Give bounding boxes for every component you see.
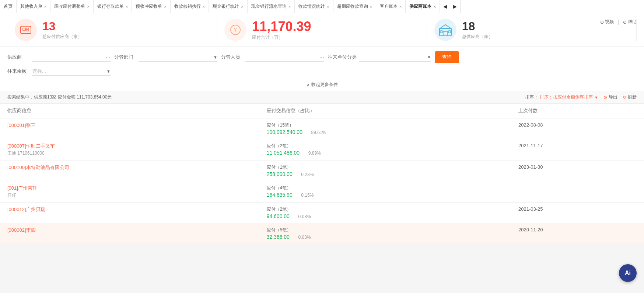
nav-next-arrow[interactable]: ▶ (450, 0, 461, 13)
sort-control[interactable]: 排序： 排序：按应付余额倒序排序 ▼ (525, 94, 598, 100)
refresh-button[interactable]: ↻ 刷新 (623, 94, 637, 100)
ap-pct-5: 0.08% (298, 214, 311, 219)
supplier-link-1[interactable]: [000001]张三 (7, 123, 36, 128)
close-customer-ledger[interactable]: × (399, 4, 402, 9)
person-input[interactable] (245, 53, 319, 61)
svg-rect-8 (440, 31, 442, 33)
tab-cash-flow[interactable]: 现金银行流水查询 × (248, 0, 295, 13)
tab-supplier-ledger[interactable]: 供应商账本 × (406, 0, 440, 13)
ap-amount-2[interactable]: 11,051,486.00 (267, 150, 300, 156)
tab-prepay[interactable]: 预收冲应收单 × (132, 0, 170, 13)
supplier-link-6[interactable]: [000002]李四 (7, 227, 36, 233)
cell-ap-4: 应付（4笔） 164,635.90 0.15% (259, 181, 511, 203)
cell-ap-1: 应付（15笔） 100,092,540.00 89.61% (259, 118, 511, 139)
close-cash-flow[interactable]: × (288, 4, 291, 9)
export-label: 导出 (609, 94, 617, 100)
close-overdue[interactable]: × (370, 4, 372, 9)
supplier-link-2[interactable]: [000007]恒旺二手叉车 (7, 143, 55, 149)
summary-sub-amount: 应付合计（万） (252, 34, 311, 41)
ap-pct-4: 0.15% (301, 193, 314, 198)
tab-customer-ledger[interactable]: 客户账本 × (376, 0, 406, 13)
close-receipt-stat[interactable]: × (327, 4, 329, 9)
query-button[interactable]: 查询 (435, 51, 459, 63)
tab-home-label: 首页 (4, 3, 13, 10)
close-adjust[interactable]: × (87, 4, 89, 9)
table-row: [000007]恒旺二手叉车 王通 17106110000 应付（2笔） 11,… (0, 139, 644, 161)
ap-pct-6: 0.03% (298, 235, 311, 240)
filter-supplier: 供应商 ··· (7, 53, 111, 62)
balance-filter-label: 往来余额 (7, 68, 29, 75)
svg-rect-3 (26, 30, 29, 31)
close-verify[interactable]: × (203, 4, 205, 9)
sort-label: 排序： (525, 94, 538, 100)
export-button[interactable]: ⊙ 导出 (603, 94, 617, 100)
dept-input[interactable] (139, 53, 213, 61)
tab-other-income[interactable]: 其他收入单 × (17, 0, 50, 13)
collapse-button[interactable]: ∧ 收起更多条件 (7, 79, 637, 91)
category-filter-label: 往来单位分类 (328, 54, 357, 61)
close-supplier-ledger[interactable]: × (433, 4, 435, 9)
tab-verify[interactable]: 收款核销执行 × (171, 0, 209, 13)
cell-ap-5: 应付（2笔） 94,600.00 0.08% (259, 203, 511, 223)
person-filter-label: 分管人员 (221, 54, 243, 61)
close-other-income[interactable]: × (44, 4, 46, 9)
category-input[interactable] (359, 53, 427, 61)
supplier-link-5[interactable]: [000012]广州贝瑞 (7, 207, 45, 212)
cell-supplier-4: [001]广州荣轩 仔仔 (0, 181, 259, 203)
filter-balance: 往来余额 ▼ (7, 67, 111, 76)
person-dots-btn[interactable]: ··· (319, 54, 324, 61)
top-right-links: ⊙ 视频 ⊙ 帮助 (600, 19, 637, 25)
tab-adjust-label: 应收应付调整单 (54, 3, 85, 10)
video-label: 视频 (605, 19, 614, 25)
video-link[interactable]: ⊙ 视频 (600, 19, 614, 25)
supplier-input[interactable] (32, 53, 106, 61)
close-cash-stat[interactable]: × (241, 4, 243, 9)
tab-receipt-stat[interactable]: 收款情况统计 × (295, 0, 333, 13)
svg-rect-2 (26, 28, 29, 29)
ap-amount-6[interactable]: 32,366.00 (267, 234, 290, 240)
tab-customer-ledger-label: 客户账本 (380, 3, 398, 10)
table-row: [000001]张三 应付（15笔） 100,092,540.00 89.61%… (0, 118, 644, 139)
ap-amount-5[interactable]: 94,600.00 (267, 213, 290, 219)
svg-rect-9 (448, 31, 451, 33)
dept-chevron-icon[interactable]: ▼ (213, 55, 217, 59)
supplier-link-3[interactable]: [000100]本特勒油品有限公司 (7, 165, 69, 170)
balance-input[interactable] (32, 67, 106, 75)
summary-sub-total: 总供应商（家） (462, 34, 493, 40)
supplier-dots-btn[interactable]: ··· (106, 54, 111, 61)
ap-pct-1: 89.61% (311, 130, 326, 135)
close-bank-deposit[interactable]: × (126, 4, 128, 9)
tab-adjust[interactable]: 应收应付调整单 × (50, 0, 93, 13)
help-icon: ⊙ (623, 20, 627, 25)
tab-bank-deposit[interactable]: 银行存取款单 × (94, 0, 132, 13)
sort-select[interactable]: 排序：按应付余额倒序排序 (540, 94, 593, 100)
filter-person: 分管人员 ··· (221, 53, 324, 62)
nav-prev-arrow[interactable]: ◀ (440, 0, 450, 13)
refresh-label: 刷新 (628, 94, 637, 100)
category-chevron-icon[interactable]: ▼ (427, 55, 431, 59)
tab-overdue[interactable]: 超期应收款查询 × (333, 0, 376, 13)
tab-cash-stat[interactable]: 现金银行统计 × (209, 0, 247, 13)
tab-cash-flow-label: 现金银行流水查询 (251, 3, 287, 10)
result-text: 搜索结果中，供应商13家 应付金额 111,703,854.00元 (7, 94, 112, 100)
col-ap-info: 应付交易信息（占比） (259, 104, 511, 118)
ap-amount-4[interactable]: 164,635.90 (267, 192, 293, 198)
svg-rect-7 (443, 31, 448, 36)
ap-amount-1[interactable]: 100,092,540.00 (267, 129, 302, 135)
close-prepay[interactable]: × (164, 4, 166, 9)
last-pay-date-2: 2021-11-17 (518, 143, 543, 148)
cell-lastpay-4 (511, 181, 644, 203)
supplier-input-wrap: ··· (32, 53, 111, 62)
tab-home[interactable]: 首页 (0, 0, 17, 13)
supplier-link-4[interactable]: [001]广州荣轩 (7, 185, 37, 191)
last-pay-date-3: 2023-01-30 (518, 164, 543, 170)
summary-num-total: 18 (462, 20, 493, 33)
help-link[interactable]: ⊙ 帮助 (623, 19, 637, 25)
cell-supplier-3: [000100]本特勒油品有限公司 (0, 161, 259, 181)
table-header: 供应商信息 应付交易信息（占比） 上次付数 (0, 104, 644, 118)
ap-amount-3[interactable]: 258,000.00 (267, 171, 293, 177)
store-icon (434, 19, 456, 41)
cell-ap-6: 应付（5笔） 32,366.00 0.03% (259, 223, 511, 244)
table-row: [001]广州荣轩 仔仔 应付（4笔） 164,635.90 0.15% (0, 181, 644, 203)
balance-chevron-icon[interactable]: ▼ (106, 69, 111, 73)
